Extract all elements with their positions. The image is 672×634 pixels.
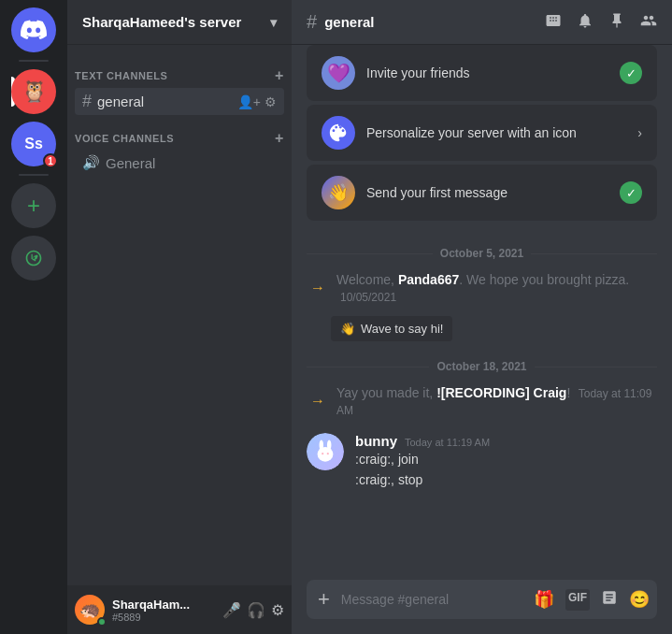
date-divider-oct18: October 18, 2021 — [292, 345, 672, 381]
system-message-text: Welcome, Panda667. We hope you brought p… — [336, 271, 657, 305]
message-content-bunny: bunny Today at 11:19 AM :craig:, join :c… — [355, 433, 657, 489]
invite-emoji: 💜 — [322, 56, 355, 90]
system-username: Panda667 — [398, 272, 459, 287]
voice-channels-category: VOICE CHANNELS + — [67, 115, 292, 151]
message-input-wrap: + 🎁 GIF 😊 — [307, 580, 657, 619]
user-controls: 🎤 🎧 ⚙ — [222, 601, 284, 619]
input-area: + 🎁 GIF 😊 — [292, 580, 672, 634]
voice-icon: 🔊 — [82, 154, 100, 171]
add-server-button[interactable]: + — [11, 183, 56, 228]
checklist-invite-card[interactable]: 💜 Invite your friends ✓ — [307, 45, 657, 101]
hash-icon: # — [82, 92, 92, 111]
server-icon-owl[interactable]: 🦉 — [11, 69, 56, 114]
channel-header-name: general — [324, 14, 374, 30]
discord-home-button[interactable] — [11, 7, 56, 52]
settings-icon[interactable]: ⚙ — [265, 94, 277, 109]
first-message-text: Send your first message — [366, 185, 608, 200]
gif-button[interactable]: GIF — [565, 589, 590, 611]
server-icon-ss[interactable]: Ss 1 — [11, 122, 56, 166]
system-message-craig: → Yay you made it, ![RECORDING] Craig! T… — [292, 381, 672, 422]
channel-sidebar: SharqaHameed's server ▾ TEXT CHANNELS + … — [67, 0, 292, 634]
date-text-oct5: October 5, 2021 — [440, 247, 523, 260]
channel-actions: 👤+ ⚙ — [237, 94, 277, 109]
user-info: SharqaHam... #5889 — [112, 598, 215, 623]
channel-header: # general — [292, 0, 672, 45]
text-channels-category: TEXT CHANNELS + — [67, 52, 292, 88]
pin-button[interactable] — [608, 12, 625, 33]
chevron-down-icon: ▾ — [270, 15, 277, 30]
personalize-arrow-icon: › — [637, 125, 642, 140]
add-voice-channel-button[interactable]: + — [275, 130, 284, 147]
messages-area[interactable]: 💜 Invite your friends ✓ Personalize your… — [292, 45, 672, 580]
channel-hash-icon: # — [307, 11, 317, 33]
input-icons: 🎁 GIF 😊 — [534, 589, 650, 611]
date-divider-oct5: October 5, 2021 — [292, 232, 672, 267]
system-timestamp: 10/05/2021 — [340, 291, 396, 304]
checklist-section: 💜 Invite your friends ✓ Personalize your… — [292, 45, 672, 232]
user-avatar-wrapper: 🦔 — [75, 595, 105, 625]
personalize-text: Personalize your server with an icon — [366, 125, 626, 140]
avatar-bunny — [307, 433, 344, 470]
explore-button[interactable] — [11, 236, 56, 281]
wave-emoji: 👋 — [340, 322, 355, 336]
add-attachment-button[interactable]: + — [314, 580, 334, 619]
svg-point-2 — [318, 447, 334, 462]
server-divider-2 — [19, 174, 49, 176]
message-input[interactable] — [341, 582, 526, 617]
message-group-bunny: bunny Today at 11:19 AM :craig:, join :c… — [292, 429, 672, 493]
svg-point-3 — [322, 453, 323, 454]
invite-text: Invite your friends — [366, 65, 608, 80]
invite-check-icon: ✓ — [620, 62, 642, 84]
server-sidebar: 🦉 Ss 1 + — [0, 0, 67, 634]
checklist-personalize-card[interactable]: Personalize your server with an icon › — [307, 105, 657, 161]
headset-button[interactable]: 🎧 — [247, 601, 265, 619]
sticker-icon[interactable] — [601, 589, 618, 611]
server-name: SharqaHameed's server — [82, 14, 241, 30]
header-actions — [545, 12, 657, 33]
join-arrow-icon-2: → — [310, 393, 325, 410]
first-message-check-icon: ✓ — [620, 181, 642, 204]
message-header-bunny: bunny Today at 11:19 AM — [355, 433, 657, 449]
message-time-bunny: Today at 11:19 AM — [405, 437, 490, 448]
system-message-panda667: → Welcome, Panda667. We hope you brought… — [292, 267, 672, 309]
join-arrow-icon: → — [310, 280, 325, 296]
voice-channel-name: General — [106, 155, 155, 171]
notification-bell-button[interactable] — [577, 12, 593, 33]
notification-badge: 1 — [43, 153, 58, 168]
message-line-1: :craig:, join — [355, 451, 657, 469]
main-content: # general — [292, 0, 672, 634]
channel-list: TEXT CHANNELS + # general 👤+ ⚙ VOICE CHA… — [67, 45, 292, 585]
invite-icon[interactable]: 👤+ — [237, 94, 261, 109]
personalize-emoji — [322, 116, 355, 150]
gift-icon[interactable]: 🎁 — [534, 589, 554, 611]
wave-button[interactable]: 👋 Wave to say hi! — [331, 316, 452, 341]
emoji-icon[interactable]: 😊 — [629, 589, 650, 611]
message-author-bunny: bunny — [355, 433, 397, 449]
user-panel: 🦔 SharqaHam... #5889 🎤 🎧 ⚙ — [67, 585, 292, 634]
add-text-channel-button[interactable]: + — [275, 67, 284, 84]
svg-point-4 — [327, 453, 329, 454]
hashtag-button[interactable] — [545, 12, 562, 33]
user-status-indicator — [97, 617, 107, 627]
members-list-button[interactable] — [640, 12, 657, 33]
first-message-emoji: 👋 — [322, 176, 355, 209]
server-header[interactable]: SharqaHameed's server ▾ — [67, 0, 292, 45]
user-settings-button[interactable]: ⚙ — [271, 601, 284, 619]
system-message-text-2: Yay you made it, ![RECORDING] Craig! Tod… — [336, 384, 657, 418]
channel-item-general[interactable]: # general 👤+ ⚙ — [75, 88, 284, 115]
username: SharqaHam... — [112, 598, 215, 612]
date-text-oct18: October 18, 2021 — [436, 360, 526, 373]
mic-button[interactable]: 🎤 — [222, 601, 241, 619]
message-line-2: :craig:, stop — [355, 471, 657, 490]
wave-button-wrap: 👋 Wave to say hi! — [292, 309, 672, 345]
system-username-2: ![RECORDING] Craig — [436, 385, 566, 400]
checklist-first-message-card[interactable]: 👋 Send your first message ✓ — [307, 165, 657, 221]
user-tag: #5889 — [112, 612, 215, 623]
channel-name: general — [97, 94, 144, 109]
wave-label: Wave to say hi! — [361, 322, 443, 336]
channel-item-general-voice[interactable]: 🔊 General — [75, 151, 284, 175]
server-divider — [19, 60, 49, 62]
